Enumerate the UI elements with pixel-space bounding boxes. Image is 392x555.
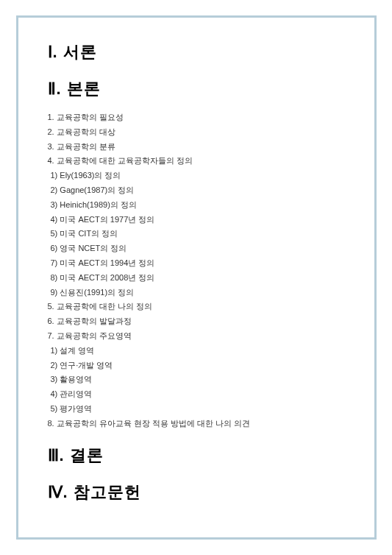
list-item: 6. 교육공학의 발달과정 xyxy=(48,314,354,329)
list-item: 7. 교육공학의 주요영역 xyxy=(48,329,354,344)
list-item: 7) 미국 AECT의 1994년 정의 xyxy=(51,256,354,271)
toc-list: 1. 교육공학의 필요성 2. 교육공학의 대상 3. 교육공학의 분류 4. … xyxy=(48,110,354,431)
list-item: 2) Gagne(1987)의 정의 xyxy=(51,183,354,198)
page-frame: Ⅰ. 서론 Ⅱ. 본론 1. 교육공학의 필요성 2. 교육공학의 대상 3. … xyxy=(16,15,377,540)
list-item: 5. 교육공학에 대한 나의 정의 xyxy=(48,300,354,314)
list-item: 3. 교육공학의 분류 xyxy=(48,140,354,155)
heading-conclusion: Ⅲ. 결론 xyxy=(48,445,354,467)
list-item: 9) 신용진(1991)의 정의 xyxy=(51,286,354,300)
list-item: 1) 설계 영역 xyxy=(51,344,354,358)
list-item: 8. 교육공학의 유아교육 현장 적용 방법에 대한 나의 의견 xyxy=(48,417,354,431)
heading-intro: Ⅰ. 서론 xyxy=(48,41,354,63)
list-item: 1) Ely(1963)의 정의 xyxy=(51,169,354,183)
list-item: 5) 미국 CIT의 정의 xyxy=(51,227,354,241)
list-item: 2) 연구·개발 영역 xyxy=(51,358,354,373)
list-item: 2. 교육공학의 대상 xyxy=(48,125,354,140)
list-item: 4) 관리영역 xyxy=(51,387,354,402)
list-item: 3) Heinich(1989)의 정의 xyxy=(51,198,354,213)
heading-references: Ⅳ. 참고문헌 xyxy=(48,481,354,503)
list-item: 8) 미국 AECT의 2008년 정의 xyxy=(51,271,354,286)
list-item: 3) 활용영역 xyxy=(51,372,354,387)
list-item: 1. 교육공학의 필요성 xyxy=(48,110,354,125)
heading-body: Ⅱ. 본론 xyxy=(48,78,354,100)
list-item: 4) 미국 AECT의 1977년 정의 xyxy=(51,213,354,227)
list-item: 6) 영국 NCET의 정의 xyxy=(51,241,354,256)
list-item: 5) 평가영역 xyxy=(51,402,354,417)
list-item: 4. 교육공학에 대한 교육공학자들의 정의 xyxy=(48,154,354,169)
